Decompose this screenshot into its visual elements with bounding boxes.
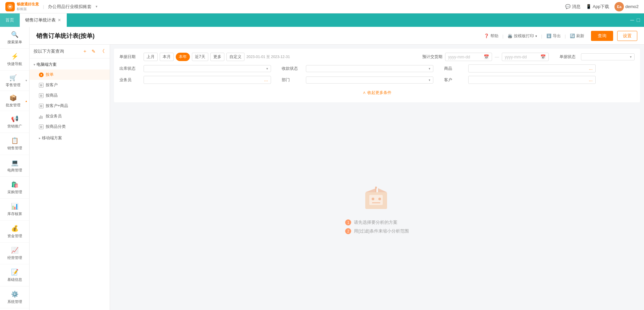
sidebar-item-retail[interactable]: 🛒 零售管理 ▾	[0, 71, 29, 91]
dept-select[interactable]: ▾	[306, 76, 433, 84]
status-select[interactable]: ▾	[581, 53, 635, 60]
date-btn-7days[interactable]: 近7天	[192, 53, 208, 61]
message-icon: 💬	[565, 4, 571, 9]
status-group: 单据状态 ▾	[559, 53, 635, 60]
separator1: |	[502, 34, 503, 39]
top-bar-right: 💬 消息 📱 App下载 Ea demo2	[565, 2, 639, 11]
sidebar-item-basic[interactable]: 📝 基础信息	[0, 264, 29, 286]
empty-illustration	[357, 177, 397, 214]
logo-icon	[5, 2, 15, 11]
collapse-bar[interactable]: ∧ 收起更多条件	[119, 87, 635, 98]
dept-label: 部门	[282, 77, 301, 83]
expected-date-to[interactable]: yyyy-mm-dd 📅	[502, 53, 549, 61]
customer-label: 客户	[444, 77, 463, 83]
customer-ellipsis[interactable]: …	[589, 78, 593, 82]
sidebar-item-finance[interactable]: 💰 资金管理	[0, 221, 29, 243]
salesman-input[interactable]: …	[144, 76, 271, 84]
sidebar-item-marketing[interactable]: 📢 营销推广	[0, 111, 29, 133]
svg-point-5	[372, 198, 374, 200]
sidebar-item-system[interactable]: ⚙️ 系统管理	[0, 287, 29, 308]
retail-icon: 🛒	[9, 74, 17, 82]
date-btn-custom[interactable]: 自定义	[226, 53, 245, 61]
tab-close-icon[interactable]: ✕	[58, 18, 61, 22]
basic-icon: 📝	[11, 268, 18, 276]
right-panel: 单据日期 上月 本月 本年 近7天 更多 自定义 2023-01-01 至 20…	[110, 45, 644, 310]
separator3: |	[565, 34, 566, 39]
status-label: 单据状态	[559, 54, 578, 60]
sidebar-item-enterprise[interactable]: 🏢 企业协同	[0, 308, 29, 310]
scheme-item-by-product[interactable]: ⊞ 按商品	[30, 90, 110, 101]
sidebar-item-purchase[interactable]: 🛍️ 采购管理	[0, 177, 29, 199]
empty-tip-2: 2 用[过滤]条件来缩小分析范围	[345, 228, 409, 234]
refresh-icon: 🔄	[570, 34, 575, 38]
export-button[interactable]: ⬇️ 导出	[546, 33, 561, 39]
scheme-item-by-customer[interactable]: ⊞ 按客户	[30, 80, 110, 90]
separator2: |	[541, 34, 542, 39]
export-icon: ⬇️	[546, 34, 551, 38]
pc-scheme-toggle[interactable]: ▾ 电脑端方案	[30, 60, 110, 69]
edit-scheme-button[interactable]: ✎	[90, 48, 97, 55]
sidebar-item-wholesale[interactable]: 📦 批发管理 ▴	[0, 91, 29, 111]
by-salesman-icon	[39, 114, 44, 119]
refresh-button[interactable]: 🔄 刷新	[570, 33, 584, 39]
salesman-ellipsis[interactable]: …	[264, 78, 268, 82]
app-title: 办公用品行业模拟账套	[48, 4, 92, 10]
expected-date-from[interactable]: yyyy-mm-dd 📅	[445, 53, 492, 61]
retail-arrow-icon: ▾	[25, 79, 27, 82]
expected-date-label: 预计交货期	[422, 54, 442, 60]
page-header-actions: ❓ 帮助 | 🖨️ 按模板打印 ▾ | ⬇️ 导出 | 🔄 刷新	[484, 31, 637, 41]
sidebar-item-ecommerce[interactable]: 💻 电商管理	[0, 155, 29, 177]
download-icon: 📱	[586, 4, 591, 9]
customer-input[interactable]: …	[468, 76, 596, 84]
window-minimize-icon[interactable]: ─	[630, 17, 634, 23]
receipt-status-dropdown-icon: ▾	[429, 67, 430, 70]
help-button[interactable]: ❓ 帮助	[484, 33, 498, 39]
purchase-icon: 🛍️	[11, 181, 18, 188]
collapse-panel-button[interactable]: 《	[99, 48, 106, 55]
print-icon: 🖨️	[507, 34, 513, 38]
sidebar-item-inventory[interactable]: 📊 库存核算	[0, 199, 29, 220]
date-btn-last-month[interactable]: 上月	[144, 53, 158, 61]
tab-sales-stats[interactable]: 销售订单统计表 ✕	[20, 13, 67, 27]
app-download-button[interactable]: 📱 App下载	[586, 4, 609, 10]
goods-input[interactable]: …	[468, 64, 596, 72]
sidebar: 🔍 搜索菜单 ⚡ 快捷导航 🛒 零售管理 ▾ 📦 批发管理 ▴ 📢 营销推广	[0, 27, 30, 310]
left-panel: 按以下方案查询 ＋ ✎ 《 ▾ 电脑端方案 ● 按单	[30, 45, 110, 310]
message-button[interactable]: 💬 消息	[565, 4, 581, 10]
sidebar-item-search[interactable]: 🔍 搜索菜单	[0, 27, 29, 49]
filter-row-3: 业务员 … 部门 ▾ 客户 …	[119, 76, 635, 84]
user-profile[interactable]: Ea demo2	[614, 2, 639, 11]
date-buttons-group: 上月 本月 本年 近7天 更多 自定义 2023-01-01 至 2023-12…	[144, 53, 290, 61]
settings-button[interactable]: 设置	[617, 31, 637, 41]
app-title-dropdown[interactable]: ▾	[96, 4, 98, 9]
scheme-item-by-salesman[interactable]: 按业务员	[30, 111, 110, 121]
out-status-select[interactable]: ▾	[144, 65, 271, 72]
tab-home[interactable]: 首页	[0, 13, 20, 27]
date-btn-this-year[interactable]: 本年	[176, 53, 190, 61]
date-btn-this-month[interactable]: 本月	[160, 53, 174, 61]
calendar-from-icon: 📅	[484, 54, 489, 59]
sidebar-item-quick-nav[interactable]: ⚡ 快捷导航	[0, 49, 29, 70]
add-scheme-button[interactable]: ＋	[82, 48, 88, 55]
filter-area: 单据日期 上月 本月 本年 近7天 更多 自定义 2023-01-01 至 20…	[114, 49, 640, 102]
empty-state: 1 请先选择要分析的方案 2 用[过滤]条件来缩小分析范围	[114, 105, 640, 306]
svg-point-9	[375, 187, 377, 189]
sidebar-item-operations[interactable]: 📈 经营管理	[0, 243, 29, 264]
receipt-status-select[interactable]: ▾	[306, 65, 433, 72]
salesman-label: 业务员	[119, 77, 138, 83]
search-icon: 🔍	[11, 31, 18, 38]
scheme-item-by-order[interactable]: ● 按单	[30, 69, 110, 80]
sidebar-item-sales[interactable]: 📋 销售管理	[0, 133, 29, 155]
by-product-icon: ⊞	[39, 93, 44, 98]
template-print-button[interactable]: 🖨️ 按模板打印 ▾	[507, 33, 537, 39]
left-panel-title: 按以下方案查询	[34, 48, 64, 54]
scheme-item-by-customer-product[interactable]: ⊞ 按客户+商品	[30, 101, 110, 111]
tab-bar-actions: ─ □	[626, 17, 644, 23]
expected-date-group: 预计交货期 yyyy-mm-dd 📅 — yyyy-mm-dd 📅	[422, 53, 549, 61]
window-maximize-icon[interactable]: □	[637, 17, 640, 23]
date-btn-more[interactable]: 更多	[210, 53, 224, 61]
goods-ellipsis[interactable]: …	[589, 66, 593, 71]
scheme-item-by-category[interactable]: ⊞ 按商品分类	[30, 121, 110, 132]
mobile-scheme-toggle[interactable]: ▸ 移动端方案	[30, 133, 110, 143]
query-button[interactable]: 查询	[591, 31, 613, 41]
